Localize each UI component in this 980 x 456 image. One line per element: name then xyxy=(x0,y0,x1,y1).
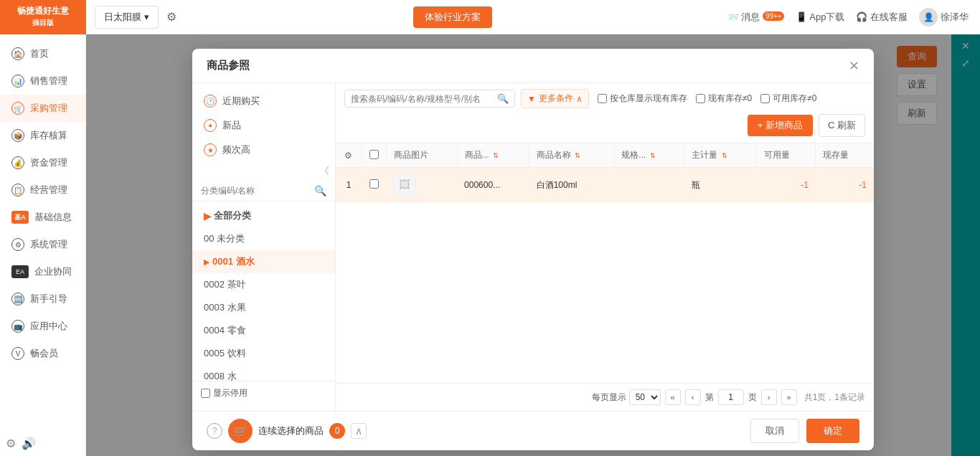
apps-icon: 📺 xyxy=(11,320,24,333)
modal-title: 商品参照 xyxy=(207,59,250,72)
available-nonzero-checkbox[interactable] xyxy=(696,94,705,103)
confirm-button[interactable]: 确定 xyxy=(806,419,859,443)
finance-icon: 💰 xyxy=(11,156,24,169)
th-code[interactable]: 商品... ⇅ xyxy=(457,143,529,168)
prev-page-button[interactable]: ‹ xyxy=(685,389,701,405)
category-fruit-label: 0003 水果 xyxy=(204,301,246,314)
modal-backdrop: 商品参照 ✕ 🕐 近期购买 ✦ 新品 xyxy=(86,34,980,456)
filter-label: 更多条件 xyxy=(539,92,573,105)
sidebar-item-inventory[interactable]: 📦 库存核算 xyxy=(0,122,85,149)
page-suffix-label: 页 xyxy=(748,391,757,404)
refresh-button[interactable]: C 刷新 xyxy=(819,114,865,137)
category-liquor[interactable]: ▶ 0001 酒水 xyxy=(192,250,335,273)
sidebar-item-manage[interactable]: 📋 经营管理 xyxy=(0,176,85,204)
navbar-right: 📨 消息 99++ 📱 App下载 🎧 在线客服 👤 徐泽华 xyxy=(727,8,969,27)
user-avatar[interactable]: 👤 徐泽华 xyxy=(919,8,969,27)
th-name[interactable]: 商品名称 ⇅ xyxy=(529,143,614,168)
category-water[interactable]: 0008 水 xyxy=(192,365,335,381)
footer-collapse-button[interactable]: ∧ xyxy=(351,423,367,439)
usable-nonzero-checkbox[interactable] xyxy=(760,94,770,103)
row-seq: 1 xyxy=(336,168,362,203)
sidebar-item-system[interactable]: ⚙ 系统管理 xyxy=(0,231,85,258)
show-stock-checkbox[interactable] xyxy=(598,94,607,103)
th-image: 商品图片 xyxy=(386,143,457,168)
settings-bottom-icon[interactable]: ⚙ xyxy=(6,437,16,450)
first-page-button[interactable]: « xyxy=(665,389,681,405)
all-categories-item[interactable]: ▶ 全部分类 xyxy=(192,204,335,227)
category-tea[interactable]: 0002 茶叶 xyxy=(192,273,335,296)
settings-icon[interactable]: ⚙ xyxy=(164,10,179,24)
category-uncategorized[interactable]: 00 未分类 xyxy=(192,227,335,250)
row-select-checkbox[interactable] xyxy=(369,179,379,189)
th-available: 可用量 xyxy=(757,143,816,168)
th-unit[interactable]: 主计量 ⇅ xyxy=(684,143,757,168)
sidebar-item-apps[interactable]: 📺 应用中心 xyxy=(0,313,85,340)
th-checkbox[interactable] xyxy=(362,143,386,168)
next-page-button[interactable]: › xyxy=(761,389,777,405)
page-number-input[interactable] xyxy=(718,389,744,405)
content-area: 查询 设置 刷新 ✕ ⤢ 商品参照 ✕ xyxy=(86,34,980,456)
sidebar-item-purchase[interactable]: 🛒 采购管理 xyxy=(0,95,85,122)
modal-body: 🕐 近期购买 ✦ 新品 ★ 频次高 《 xyxy=(192,83,874,411)
customer-service-link[interactable]: 🎧 在线客服 xyxy=(856,11,908,24)
modal-header: 商品参照 ✕ xyxy=(192,49,874,83)
active-category-arrow-icon: ▶ xyxy=(204,258,209,266)
product-search-icon[interactable]: 🔍 xyxy=(497,93,509,104)
add-product-button[interactable]: + 新增商品 xyxy=(748,115,813,136)
logo-text: 畅捷通好生意 xyxy=(17,6,69,16)
navbar-title-dropdown[interactable]: 日太阳膜 ▾ xyxy=(95,6,159,29)
recent-purchase-item[interactable]: 🕐 近期购买 xyxy=(192,89,335,113)
th-spec[interactable]: 规格... ⇅ xyxy=(614,143,684,168)
row-checkbox[interactable] xyxy=(362,168,386,203)
usable-nonzero-label[interactable]: 可用库存≠0 xyxy=(760,92,816,105)
modal-close-button[interactable]: ✕ xyxy=(849,60,859,72)
cancel-button[interactable]: 取消 xyxy=(750,419,799,443)
sidebar-member-label: 畅会员 xyxy=(30,347,58,360)
category-beverage[interactable]: 0005 饮料 xyxy=(192,342,335,365)
category-liquor-label: 0001 酒水 xyxy=(212,255,255,268)
clock-icon: 🕐 xyxy=(204,95,217,108)
product-table-container: ⚙ 商品图片 商品... xyxy=(336,143,874,383)
frequent-item[interactable]: ★ 频次高 xyxy=(192,138,335,162)
available-nonzero-label[interactable]: 现有库存≠0 xyxy=(696,92,752,105)
show-stock-label[interactable]: 按仓库显示现有库存 xyxy=(598,92,687,105)
category-fruit[interactable]: 0003 水果 xyxy=(192,296,335,319)
sidebar-item-collab[interactable]: EA 企业协同 xyxy=(0,258,85,285)
select-all-checkbox[interactable] xyxy=(369,150,379,159)
product-search-input[interactable] xyxy=(351,94,494,104)
category-search-input[interactable] xyxy=(201,186,310,196)
cart-icon[interactable]: 🛒 xyxy=(228,419,253,443)
product-image: 🖼 xyxy=(393,174,416,196)
experience-button[interactable]: 体验行业方案 xyxy=(413,6,492,28)
message-icon[interactable]: 📨 消息 99++ xyxy=(727,11,784,24)
app-download-link[interactable]: 📱 App下载 xyxy=(796,11,844,24)
category-snack[interactable]: 0004 零食 xyxy=(192,319,335,342)
more-filters-button[interactable]: ▼ 更多条件 ∧ xyxy=(521,89,589,108)
th-settings[interactable]: ⚙ xyxy=(336,143,362,168)
sidebar-item-info[interactable]: 基A 基础信息 xyxy=(0,204,85,231)
page-size-select[interactable]: 50 xyxy=(629,389,661,405)
volume-icon[interactable]: 🔊 xyxy=(22,437,36,450)
row-image: 🖼 xyxy=(386,168,457,203)
sidebar-system-label: 系统管理 xyxy=(30,238,67,251)
sidebar-item-finance[interactable]: 💰 资金管理 xyxy=(0,149,85,176)
category-search-button[interactable]: 🔍 xyxy=(314,185,326,196)
sidebar-item-sales[interactable]: 📊 销售管理 xyxy=(0,67,85,95)
th-stock: 现存量 xyxy=(816,143,874,168)
sidebar-bottom: ⚙ 🔊 xyxy=(0,431,85,456)
left-collapse-button[interactable]: 《 xyxy=(192,162,335,181)
new-product-item[interactable]: ✦ 新品 xyxy=(192,113,335,138)
modal-toolbar: 🔍 ▼ 更多条件 ∧ 按仓库显示现有库存 xyxy=(336,83,874,143)
pagination-bar: 每页显示 50 « ‹ 第 页 › » xyxy=(336,383,874,411)
table-row[interactable]: 1 🖼 xyxy=(336,168,874,203)
filter-chevron-icon: ∧ xyxy=(576,94,583,104)
sidebar-item-home[interactable]: 🏠 首页 xyxy=(0,40,85,67)
help-icon[interactable]: ? xyxy=(207,423,222,439)
sidebar-item-member[interactable]: V 畅会员 xyxy=(0,340,85,367)
sidebar-item-guide[interactable]: 🆕 新手引导 xyxy=(0,285,85,313)
display-stopped-checkbox[interactable] xyxy=(201,389,210,398)
navbar-title-text: 日太阳膜 xyxy=(104,11,141,24)
display-stopped-checkbox-label[interactable]: 显示停用 xyxy=(201,387,248,399)
category-beverage-label: 0005 饮料 xyxy=(204,347,246,360)
last-page-button[interactable]: » xyxy=(781,389,797,405)
